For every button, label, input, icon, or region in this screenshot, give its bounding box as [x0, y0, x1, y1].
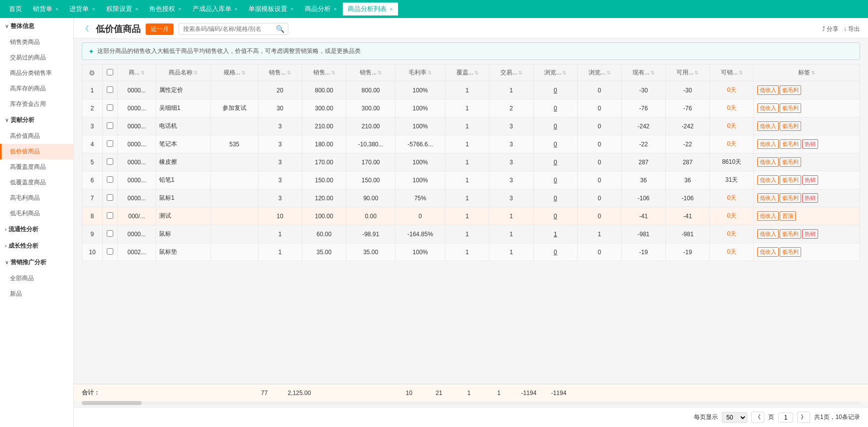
- sidebar-section-contribution[interactable]: ∨ 贡献分析: [0, 112, 73, 128]
- sidebar-item-high-value[interactable]: 高价值商品: [0, 128, 73, 144]
- row-checkbox[interactable]: [102, 207, 117, 225]
- browse-link[interactable]: 1: [554, 231, 557, 238]
- close-icon[interactable]: ×: [290, 6, 293, 12]
- nav-sales-order[interactable]: 销货单 ×: [28, 2, 63, 15]
- sidebar-item-low-coverage[interactable]: 低覆盖度商品: [0, 175, 73, 190]
- row-stock: -242: [622, 117, 665, 135]
- close-icon[interactable]: ×: [178, 6, 181, 12]
- col-spec[interactable]: 规格...⇅: [211, 64, 258, 81]
- browse-link[interactable]: 0: [554, 195, 557, 202]
- nav-product-stock[interactable]: 产成品入库单 ×: [188, 2, 242, 15]
- select-all-checkbox[interactable]: [107, 69, 113, 75]
- nav-permission[interactable]: 权限设置 ×: [101, 2, 143, 15]
- col-browse2[interactable]: 浏览...⇅: [577, 64, 621, 81]
- nav-template[interactable]: 单据模板设置 ×: [243, 2, 298, 15]
- sidebar-item-all-products[interactable]: 全部商品: [0, 271, 73, 286]
- row-browse1[interactable]: 0: [533, 207, 577, 225]
- sidebar-collapse-button[interactable]: 《: [82, 24, 89, 33]
- col-name[interactable]: 商品名称⇅: [156, 64, 211, 81]
- row-browse1[interactable]: 0: [533, 153, 577, 171]
- sidebar-item-high-margin[interactable]: 高毛利商品: [0, 190, 73, 206]
- browse-link[interactable]: 0: [554, 87, 557, 94]
- nav-role-auth[interactable]: 角色授权 ×: [144, 2, 186, 15]
- browse-link[interactable]: 0: [554, 249, 557, 256]
- sidebar-section-overall[interactable]: ∨ 整体信息: [0, 18, 73, 34]
- nav-purchase-order[interactable]: 进货单 ×: [64, 2, 100, 15]
- browse-link[interactable]: 0: [554, 105, 557, 112]
- row-browse1[interactable]: 0: [533, 81, 577, 99]
- sidebar-item-traded[interactable]: 交易过的商品: [0, 50, 73, 65]
- sidebar-item-high-coverage[interactable]: 高覆盖度商品: [0, 159, 73, 175]
- col-coverage[interactable]: 覆盖...⇅: [445, 64, 489, 81]
- filter-period-button[interactable]: 近一月: [146, 23, 174, 35]
- header-actions: ⤴ 分享 ↓ 导出: [822, 25, 860, 33]
- row-checkbox[interactable]: [102, 117, 117, 135]
- close-icon[interactable]: ×: [55, 6, 58, 12]
- row-checkbox[interactable]: [102, 81, 117, 99]
- page-number-input[interactable]: [778, 413, 793, 423]
- col-settings[interactable]: ⚙: [82, 64, 103, 81]
- col-available[interactable]: 可用...⇅: [665, 64, 709, 81]
- search-input[interactable]: [179, 23, 288, 35]
- sidebar-item-category-sales[interactable]: 商品分类销售率: [0, 65, 73, 81]
- sidebar-item-new-products[interactable]: 新品: [0, 286, 73, 302]
- browse-link[interactable]: 0: [554, 213, 557, 220]
- sidebar-item-low-margin[interactable]: 低毛利商品: [0, 206, 73, 221]
- row-browse1[interactable]: 0: [533, 243, 577, 261]
- sidebar-item-stock-capital[interactable]: 库存资金占用: [0, 96, 73, 112]
- row-browse1[interactable]: 0: [533, 117, 577, 135]
- nav-home[interactable]: 首页: [4, 2, 27, 15]
- browse-link[interactable]: 0: [554, 123, 557, 130]
- row-checkbox[interactable]: [102, 99, 117, 117]
- col-sales-avg[interactable]: 销售...⇅: [346, 64, 396, 81]
- row-checkbox[interactable]: [102, 135, 117, 153]
- browse-link[interactable]: 0: [554, 141, 557, 148]
- col-browse1[interactable]: 浏览...⇅: [533, 64, 577, 81]
- next-page-button[interactable]: 》: [797, 412, 810, 423]
- row-qty: 1: [258, 243, 302, 261]
- sidebar-section-growth[interactable]: › 成长性分析: [0, 238, 73, 254]
- scrollbar-thumb[interactable]: [82, 401, 142, 405]
- row-browse1[interactable]: 0: [533, 99, 577, 117]
- close-icon[interactable]: ×: [334, 6, 337, 12]
- col-sales-amount[interactable]: 销售...⇅: [302, 64, 346, 81]
- page-label: 页: [768, 413, 774, 422]
- browse-link[interactable]: 0: [554, 159, 557, 166]
- row-checkbox[interactable]: [102, 171, 117, 189]
- row-checkbox[interactable]: [102, 153, 117, 171]
- row-browse1[interactable]: 0: [533, 171, 577, 189]
- col-trade[interactable]: 交易...⇅: [489, 64, 533, 81]
- col-code[interactable]: 商...⇅: [117, 64, 156, 81]
- col-margin[interactable]: 毛利率⇅: [396, 64, 445, 81]
- row-checkbox[interactable]: [102, 225, 117, 243]
- row-browse1[interactable]: 0: [533, 189, 577, 207]
- sidebar-section-marketing[interactable]: ∨ 营销推广分析: [0, 254, 73, 271]
- nav-product-analysis-list[interactable]: 商品分析列表 ×: [343, 2, 398, 15]
- sidebar-section-liquidity[interactable]: › 流通性分析: [0, 221, 73, 238]
- browse-link[interactable]: 0: [554, 177, 557, 184]
- gear-icon[interactable]: ⚙: [89, 69, 95, 77]
- sidebar-item-high-stock[interactable]: 高库存的商品: [0, 81, 73, 96]
- sidebar-item-sales-category[interactable]: 销售类商品: [0, 34, 73, 50]
- share-button[interactable]: ⤴ 分享: [822, 25, 839, 33]
- row-checkbox[interactable]: [102, 243, 117, 261]
- col-sellable[interactable]: 可销...⇅: [710, 64, 754, 81]
- close-icon[interactable]: ×: [135, 6, 138, 12]
- col-stock[interactable]: 现有...⇅: [622, 64, 665, 81]
- row-browse1[interactable]: 0: [533, 135, 577, 153]
- sidebar-item-low-value[interactable]: 低价值商品: [0, 144, 73, 159]
- col-sales-qty[interactable]: 销售...⇅: [258, 64, 302, 81]
- horizontal-scrollbar[interactable]: [82, 401, 860, 405]
- col-checkbox[interactable]: [102, 64, 117, 81]
- col-tags[interactable]: 标签⇅: [754, 64, 860, 81]
- export-button[interactable]: ↓ 导出: [844, 25, 860, 33]
- close-icon[interactable]: ×: [92, 6, 95, 12]
- page-size-select[interactable]: 50 100 200: [722, 412, 747, 423]
- nav-product-analysis[interactable]: 商品分析 ×: [300, 2, 342, 15]
- close-icon[interactable]: ×: [390, 6, 393, 12]
- row-checkbox[interactable]: [102, 189, 117, 207]
- close-icon[interactable]: ×: [234, 6, 237, 12]
- row-browse1[interactable]: 1: [533, 225, 577, 243]
- first-page-button[interactable]: 《: [751, 412, 764, 423]
- row-tags: 低收入低毛利: [754, 81, 860, 99]
